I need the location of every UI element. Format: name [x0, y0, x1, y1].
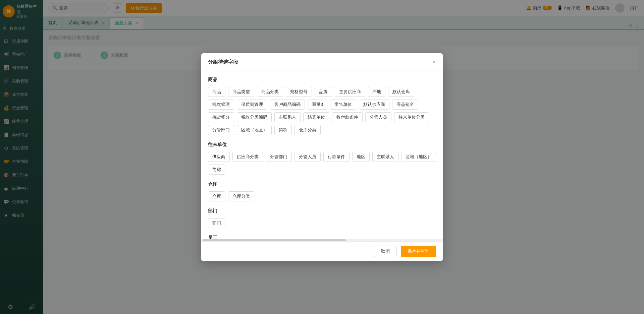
dialog-close-button[interactable]: ×: [432, 59, 436, 66]
field-select-dialog: 分组待选字段 × 商品 商品 商品类型 商品分类 规格型号 品牌 主要供应商 产…: [201, 53, 443, 261]
group-title-counterparty: 往来单位: [208, 142, 436, 148]
field-tag-goods-alias[interactable]: 商品别名: [392, 100, 418, 110]
field-tag-retail-unit[interactable]: 零售单位: [330, 100, 356, 110]
field-tags-warehouse: 仓库 仓库分类: [208, 191, 436, 201]
field-tag-main-supplier[interactable]: 主要供应商: [335, 87, 365, 97]
field-group-employee: 员工 业务员: [208, 235, 436, 239]
field-tag-main-contact[interactable]: 主联系人: [274, 112, 301, 122]
field-tag-default-supplier[interactable]: 默认供应商: [359, 100, 389, 110]
field-tag-wh-cat[interactable]: 仓库分类: [294, 125, 321, 135]
field-tags-goods: 商品 商品类型 商品分类 规格型号 品牌 主要供应商 产地 默认仓库 批次管理 …: [208, 87, 436, 135]
field-tags-counterparty: 供应商 供应商分类 分管部门 分管人员 付款条件 地区 主联系人 区域（地区） …: [208, 152, 436, 175]
dialog-overlay: 分组待选字段 × 商品 商品 商品类型 商品分类 规格型号 品牌 主要供应商 产…: [0, 0, 644, 314]
field-tag-short2[interactable]: 简称: [208, 165, 225, 175]
field-tag-region-cp[interactable]: 地区: [352, 152, 370, 162]
field-tags-department: 部门: [208, 218, 436, 228]
dialog-horizontal-scrollbar[interactable]: [201, 239, 443, 241]
field-tag-spec-type[interactable]: 规格型号: [286, 87, 312, 97]
field-group-goods: 商品 商品 商品类型 商品分类 规格型号 品牌 主要供应商 产地 默认仓库 批次…: [208, 77, 436, 135]
field-tag-goods-type[interactable]: 商品类型: [228, 87, 254, 97]
dialog-body: 商品 商品 商品类型 商品分类 规格型号 品牌 主要供应商 产地 默认仓库 批次…: [201, 71, 443, 239]
field-tag-supplier-cat[interactable]: 供应商分类: [232, 152, 263, 162]
field-tag-payment-terms[interactable]: 收付款条件: [332, 112, 363, 122]
field-tag-cp-dept-person[interactable]: 分管人员: [294, 152, 321, 162]
field-tag-weight3[interactable]: 重量3: [308, 100, 327, 110]
field-tag-goods-item[interactable]: 商品: [208, 87, 225, 97]
field-tag-quality-mgmt[interactable]: 保质期管理: [237, 100, 267, 110]
dialog-title: 分组待选字段: [208, 59, 238, 65]
field-tag-brand[interactable]: 品牌: [315, 87, 332, 97]
field-tag-batch-mgmt[interactable]: 批次管理: [208, 100, 234, 110]
field-tag-default-warehouse[interactable]: 默认仓库: [388, 87, 414, 97]
field-tag-manager[interactable]: 分管人员: [365, 112, 391, 122]
field-group-department: 部门 部门: [208, 208, 436, 228]
field-tag-supplier[interactable]: 供应商: [208, 152, 230, 162]
field-tag-origin[interactable]: 产地: [368, 87, 385, 97]
field-tag-short-name[interactable]: 简称: [274, 125, 292, 135]
group-title-employee: 员工: [208, 235, 436, 239]
field-tag-settlement-unit[interactable]: 结算单位: [303, 112, 329, 122]
cancel-button[interactable]: 取消: [374, 246, 397, 257]
field-tag-region2[interactable]: 区域（地区）: [401, 152, 436, 162]
group-title-warehouse: 仓库: [208, 181, 436, 187]
field-tag-customer-code[interactable]: 客户商品编码: [270, 100, 305, 110]
field-tag-wh-category[interactable]: 仓库分类: [228, 191, 254, 201]
field-tag-wh-name[interactable]: 仓库: [208, 191, 225, 201]
field-tag-region-area[interactable]: 区域（地区）: [237, 125, 272, 135]
dialog-header: 分组待选字段 ×: [201, 53, 443, 71]
field-tag-dept-mgmt[interactable]: 分管部门: [208, 125, 234, 135]
field-tag-source-unit-cat[interactable]: 往来单位分类: [394, 112, 429, 122]
field-tag-pick-points[interactable]: 拣货积分: [208, 112, 234, 122]
field-tag-tax-code[interactable]: 税收分类编码: [237, 112, 272, 122]
field-tag-payment-cond[interactable]: 付款条件: [323, 152, 350, 162]
group-title-department: 部门: [208, 208, 436, 214]
field-tag-contact-cp[interactable]: 主联系人: [372, 152, 398, 162]
field-group-counterparty: 往来单位 供应商 供应商分类 分管部门 分管人员 付款条件 地区 主联系人 区域…: [208, 142, 436, 175]
group-title-goods: 商品: [208, 77, 436, 83]
field-tag-goods-category[interactable]: 商品分类: [257, 87, 283, 97]
field-group-warehouse: 仓库 仓库 仓库分类: [208, 181, 436, 201]
field-tag-dept-name[interactable]: 部门: [208, 218, 225, 228]
dialog-footer: 取消 保存并查询: [201, 241, 443, 261]
confirm-button[interactable]: 保存并查询: [401, 246, 436, 257]
field-tag-cp-dept[interactable]: 分管部门: [266, 152, 292, 162]
